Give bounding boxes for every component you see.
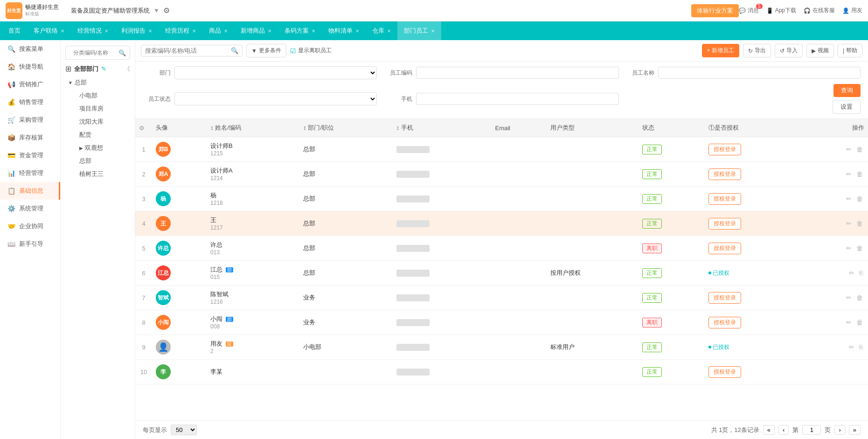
close-icon[interactable]: ✕ <box>312 28 315 34</box>
sidebar-item-system[interactable]: ⚙️ 系统管理 <box>0 200 60 217</box>
edit-btn[interactable]: ✏ <box>849 343 854 351</box>
emp-code-input[interactable] <box>416 67 618 79</box>
nav-tab-history[interactable]: 经营历程 ✕ <box>159 21 202 40</box>
sidebar-item-base-info[interactable]: 📋 基础信息 <box>0 182 60 200</box>
sidebar-item-search[interactable]: 🔍 搜索菜单 <box>0 40 60 58</box>
close-icon[interactable]: ✕ <box>387 28 391 34</box>
delete-btn[interactable]: 🗑 <box>856 170 863 178</box>
copy-btn[interactable]: ⎘ <box>859 269 863 277</box>
view-btn[interactable]: ▶ 视频 <box>806 44 834 57</box>
sidebar-item-nav[interactable]: 🏠 快捷导航 <box>0 58 60 76</box>
nav-tab-new-goods[interactable]: 新增商品 ✕ <box>234 21 278 40</box>
all-dept-label[interactable]: 全部部门 <box>74 65 98 73</box>
help-btn[interactable]: | 帮助 <box>838 44 862 57</box>
tree-node-zhishu[interactable]: 植树王三 <box>70 167 135 181</box>
sidebar-item-purchase[interactable]: 🛒 采购管理 <box>0 111 60 129</box>
page-size-select[interactable]: 50 20 100 <box>171 425 197 435</box>
nav-tab-bom[interactable]: 物料清单 ✕ <box>322 21 366 40</box>
sidebar-item-inventory[interactable]: 📦 库存核算 <box>0 129 60 146</box>
nav-tab-home[interactable]: 首页 <box>2 21 27 40</box>
edit-btn[interactable]: ✏ <box>846 294 852 301</box>
edit-btn[interactable]: ✏ <box>846 319 852 326</box>
edit-btn[interactable]: ✏ <box>846 195 852 202</box>
dropdown-icon[interactable]: ▼ <box>153 7 160 14</box>
nav-tab-employees[interactable]: 部门员工 ✕ <box>397 21 441 40</box>
edit-icon[interactable]: ✎ <box>101 65 106 72</box>
tree-node-delivery[interactable]: 配货 <box>70 128 135 141</box>
delete-btn[interactable]: 🗑 <box>856 319 863 326</box>
nav-tab-goods[interactable]: 商品 ✕ <box>202 21 234 40</box>
close-icon[interactable]: ✕ <box>61 28 64 34</box>
prev-page-btn[interactable]: ‹ <box>778 425 789 435</box>
nav-tab-operation[interactable]: 经营情况 ✕ <box>71 21 115 40</box>
col-dept[interactable]: ↕ 部门/职位 <box>299 119 392 137</box>
table-settings-icon[interactable]: ⚙ <box>139 125 145 132</box>
delete-btn[interactable]: 🗑 <box>856 294 863 301</box>
export-btn[interactable]: ↻ 导出 <box>743 44 771 57</box>
auth-btn[interactable]: 授权登录 <box>708 317 741 328</box>
tree-node-project[interactable]: 项目库房 <box>70 102 135 115</box>
phone-input[interactable] <box>416 93 618 105</box>
sidebar-item-marketing[interactable]: 📢 营销推广 <box>0 76 60 93</box>
user-btn[interactable]: 👤 用友 <box>842 7 862 14</box>
tree-node-small-elec[interactable]: 小电部 <box>70 89 135 102</box>
auth-btn[interactable]: 授权登录 <box>708 243 741 254</box>
nav-tab-barcode[interactable]: 条码方案 ✕ <box>278 21 322 40</box>
add-employee-btn[interactable]: + 新增员工 <box>702 44 739 57</box>
query-btn[interactable]: 查询 <box>833 84 861 97</box>
delete-btn[interactable]: 🗑 <box>856 146 863 153</box>
nav-tab-profit[interactable]: 利润报告 ✕ <box>115 21 159 40</box>
first-page-btn[interactable]: « <box>763 425 775 435</box>
setting-btn[interactable]: 设置 <box>833 100 861 114</box>
copy-btn[interactable]: ⎘ <box>859 343 863 351</box>
search-input[interactable] <box>145 47 229 54</box>
close-icon[interactable]: ✕ <box>192 28 196 34</box>
edit-btn[interactable]: ✏ <box>846 170 852 178</box>
close-icon[interactable]: ✕ <box>355 28 359 34</box>
nav-tab-warehouse[interactable]: 仓库 ✕ <box>366 21 397 40</box>
tree-node-general[interactable]: ▼ 总部 <box>61 76 135 89</box>
auth-btn[interactable]: 授权登录 <box>708 168 741 180</box>
auth-btn[interactable]: 授权登录 <box>708 144 741 155</box>
close-icon[interactable]: ✕ <box>148 28 152 34</box>
auth-btn[interactable]: 授权登录 <box>708 292 741 304</box>
close-icon[interactable]: ✕ <box>431 28 435 34</box>
auth-btn[interactable]: 授权登录 <box>708 218 741 230</box>
current-page-input[interactable] <box>802 425 821 435</box>
show-resigned-toggle[interactable]: ☑ 显示离职员工 <box>290 47 332 55</box>
col-phone[interactable]: ↕ 手机 <box>393 119 492 137</box>
next-page-btn[interactable]: › <box>834 425 845 435</box>
last-page-btn[interactable]: » <box>849 425 861 435</box>
sidebar-item-guide[interactable]: 📖 新手引导 <box>0 235 60 253</box>
collapse-icon[interactable]: 《 <box>124 65 130 73</box>
sidebar-item-collab[interactable]: 🤝 企业协同 <box>0 217 60 235</box>
close-icon[interactable]: ✕ <box>268 28 271 34</box>
dept-search-input[interactable] <box>69 48 117 57</box>
dept-select[interactable] <box>174 66 377 79</box>
emp-status-select[interactable] <box>174 92 377 105</box>
tree-node-shenyang[interactable]: 沈阳大库 <box>70 115 135 128</box>
close-icon[interactable]: ✕ <box>224 28 228 34</box>
sidebar-item-sales[interactable]: 💰 销售管理 <box>0 93 60 111</box>
delete-btn[interactable]: 🗑 <box>856 195 863 202</box>
auth-btn[interactable]: 授权登录 <box>708 193 741 205</box>
tree-node-hq[interactable]: 总部 <box>70 154 135 167</box>
import-btn[interactable]: ↺ 导入 <box>775 44 803 57</box>
gear-icon[interactable]: ⚙ <box>163 6 170 15</box>
message-btn[interactable]: 💬 消息 5 <box>739 7 759 14</box>
emp-name-input[interactable] <box>658 67 861 79</box>
auth-btn[interactable]: 授权登录 <box>708 366 741 378</box>
nav-tab-customer[interactable]: 客户联络 ✕ <box>27 21 71 40</box>
online-support-btn[interactable]: 🎧 在线客服 <box>804 7 835 14</box>
sidebar-item-finance[interactable]: 💳 资金管理 <box>0 146 60 164</box>
tree-node-shuanglu[interactable]: ▶ 双鹿想 <box>70 141 135 154</box>
col-name[interactable]: ↕ 姓名/编码 <box>207 119 299 137</box>
edit-btn[interactable]: ✏ <box>846 220 852 227</box>
close-icon[interactable]: ✕ <box>104 28 108 34</box>
edit-btn[interactable]: ✏ <box>846 244 852 252</box>
more-conditions-btn[interactable]: ▼ 更多条件 <box>246 44 286 57</box>
trial-button[interactable]: 体验行业方案 <box>691 4 739 17</box>
delete-btn[interactable]: 🗑 <box>856 244 863 252</box>
edit-btn[interactable]: ✏ <box>849 269 854 277</box>
edit-btn[interactable]: ✏ <box>846 146 852 153</box>
